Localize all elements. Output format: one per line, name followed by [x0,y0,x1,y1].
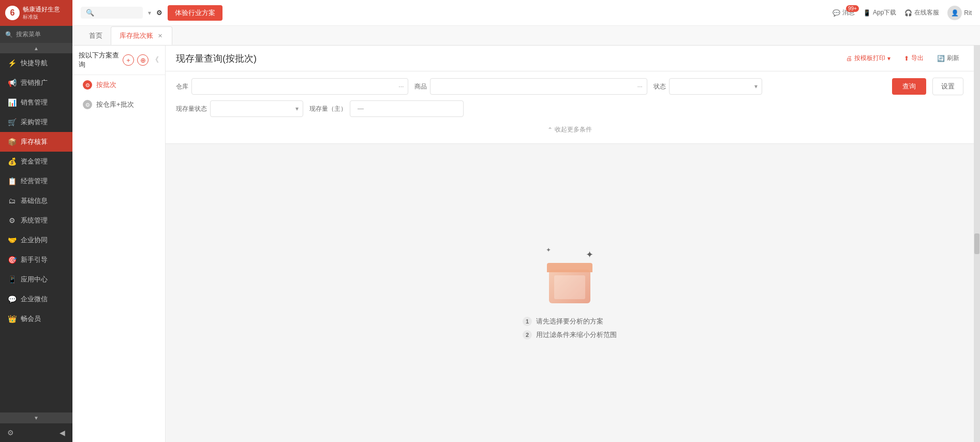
right-panel-toggle[interactable] [974,233,979,254]
topbar: 🔍 ▾ ⚙ 体验行业方案 💬 消息 99+ 📱 App下载 🎧 在线客服 👤 [72,0,980,26]
stock-status-select[interactable]: ▾ [210,100,303,117]
app-center-icon: 📱 [7,275,17,284]
main-container: 🔍 ▾ ⚙ 体验行业方案 💬 消息 99+ 📱 App下载 🎧 在线客服 👤 [72,0,980,442]
filter-item-by-batch[interactable]: ⊙ 按批次 [72,75,165,95]
stock-qty-field: 现存量（主） — [309,100,464,117]
sidebar-item-finance[interactable]: 💰 资金管理 [0,152,72,171]
add-scheme-btn[interactable]: + [123,54,134,66]
collapse-filter-btn[interactable]: 《 [152,55,159,65]
query-btn[interactable]: 查询 [892,78,926,95]
topbar-left: 🔍 ▾ ⚙ 体验行业方案 [81,5,222,21]
filter-row: 仓库 ··· 商品 ··· [166,71,974,144]
export-btn[interactable]: ⬆ 导出 [900,52,928,65]
stock-qty-range[interactable]: — [350,100,464,117]
tab-inventory-batch[interactable]: 库存批次账 ✕ [111,26,172,45]
sidebar-search[interactable]: 🔍 搜索菜单 [0,26,72,43]
scheme-settings-btn[interactable]: ⊕ [137,54,149,66]
collapse-more-btn[interactable]: ⌃ 收起更多条件 [176,122,963,137]
print-icon: 🖨 [846,55,852,62]
warehouse-dots-icon[interactable]: ··· [398,83,404,90]
messages-btn[interactable]: 💬 消息 99+ [833,8,855,17]
scroll-up-button[interactable]: ▲ [0,43,72,53]
filter-panel-title: 按以下方案查询 [79,51,123,69]
user-avatar-area[interactable]: 👤 Rit [947,6,972,20]
refresh-icon: 🔄 [937,55,945,62]
sidebar-item-app-center[interactable]: 📱 应用中心 [0,270,72,289]
sidebar-item-system[interactable]: ⚙ 系统管理 [0,211,72,230]
content-area: 现存量查询(按批次) 🖨 按模板打印 ▾ ⬆ 导出 🔄 刷新 [166,46,974,442]
export-icon: ⬆ [904,55,909,62]
messages-badge: 99+ [846,5,859,12]
warehouse-input[interactable]: ··· [191,78,408,95]
sidebar: 6 畅康通好生意 标准版 🔍 搜索菜单 ▲ ⚡ 快捷导航 📢 营销推广 📊 销售… [0,0,72,442]
topbar-search-box[interactable]: 🔍 [81,7,143,19]
wechat-icon: 💬 [7,294,17,304]
tab-close-icon[interactable]: ✕ [156,32,164,39]
sidebar-item-basics[interactable]: 🗂 基础信息 [0,191,72,211]
product-dots-icon[interactable]: ··· [637,83,643,90]
filter-fields-top: 仓库 ··· 商品 ··· [176,78,963,95]
online-service-btn[interactable]: 🎧 在线客服 [904,8,939,17]
sidebar-item-wechat[interactable]: 💬 企业微信 [0,289,72,309]
hint-num-2: 2 [523,330,532,340]
inventory-icon: 📦 [7,137,17,146]
filter-panel: 按以下方案查询 + ⊕ 《 ⊙ 按批次 ⊙ 按仓库+批次 [72,46,166,442]
purchase-icon: 🛒 [7,117,17,127]
tab-home[interactable]: 首页 [81,27,111,45]
refresh-btn[interactable]: 🔄 刷新 [933,52,963,65]
topbar-right: 💬 消息 99+ 📱 App下载 🎧 在线客服 👤 Rit [833,6,972,20]
stock-qty-label: 现存量（主） [309,105,347,113]
sidebar-item-sales[interactable]: 📊 销售管理 [0,93,72,112]
sidebar-item-new-guide[interactable]: 🎯 新手引导 [0,250,72,270]
new-guide-icon: 🎯 [7,255,17,264]
sidebar-item-purchase[interactable]: 🛒 采购管理 [0,112,72,132]
app-logo: 6 [5,6,20,20]
sidebar-item-enterprise[interactable]: 🤝 企业协同 [0,230,72,250]
sales-icon: 📊 [7,98,17,107]
right-panel [974,46,980,442]
topbar-dropdown-icon[interactable]: ▾ [148,9,151,17]
status-field: 状态 ▾ [654,78,886,95]
empty-state: ✦ ✦ 1 请先选择要分析的方案 2 用过滤条件来缩小分析范围 [166,144,974,442]
operations-icon: 📋 [7,176,17,186]
status-label: 状态 [654,82,666,91]
sidebar-header: 6 畅康通好生意 标准版 [0,0,72,26]
app-download-icon: 📱 [863,9,871,17]
chevron-up-icon: ⌃ [547,126,553,134]
topbar-settings-icon[interactable]: ⚙ [156,9,162,17]
member-icon: 👑 [7,314,17,323]
app-title: 畅康通好生意 标准版 [23,6,60,21]
sidebar-footer: ⚙ ◀ [0,423,72,442]
range-dash: — [358,105,364,112]
sidebar-item-operations[interactable]: 📋 经营管理 [0,171,72,191]
print-dropdown-icon[interactable]: ▾ [887,55,890,62]
filter-panel-actions: + ⊕ 《 [123,54,159,66]
avatar: 👤 [947,6,962,20]
sidebar-item-quick-nav[interactable]: ⚡ 快捷导航 [0,53,72,73]
page-header-actions: 🖨 按模板打印 ▾ ⬆ 导出 🔄 刷新 [842,52,963,65]
print-btn[interactable]: 🖨 按模板打印 ▾ [842,52,895,65]
status-dropdown-icon: ▾ [754,83,758,90]
empty-hint-1: 1 请先选择要分析的方案 [523,317,617,326]
sidebar-item-member[interactable]: 👑 畅会员 [0,309,72,329]
enterprise-icon: 🤝 [7,235,17,245]
status-select[interactable]: ▾ [669,78,762,95]
scroll-down-button[interactable]: ▼ [0,412,72,423]
sidebar-item-inventory[interactable]: 📦 库存核算 [0,132,72,152]
sidebar-item-marketing[interactable]: 📢 营销推广 [0,73,72,93]
warehouse-field: 仓库 ··· [176,78,408,95]
topbar-search-input[interactable] [96,9,138,17]
stock-status-field: 现存量状态 ▾ [176,100,303,117]
app-download-btn[interactable]: 📱 App下载 [863,8,896,17]
product-input[interactable]: ··· [430,78,647,95]
filter-item-by-warehouse-batch[interactable]: ⊙ 按仓库+批次 [72,95,165,114]
settings-footer-icon[interactable]: ⚙ [7,429,14,437]
filter-status-row: 现存量状态 ▾ 现存量（主） — [176,100,963,117]
user-name: Rit [964,9,972,17]
stock-status-label: 现存量状态 [176,105,207,113]
experience-btn[interactable]: 体验行业方案 [168,5,222,21]
filter-settings-btn[interactable]: 设置 [932,78,963,95]
basics-icon: 🗂 [7,196,17,205]
by-batch-icon: ⊙ [83,80,92,90]
collapse-sidebar-icon[interactable]: ◀ [60,429,65,437]
